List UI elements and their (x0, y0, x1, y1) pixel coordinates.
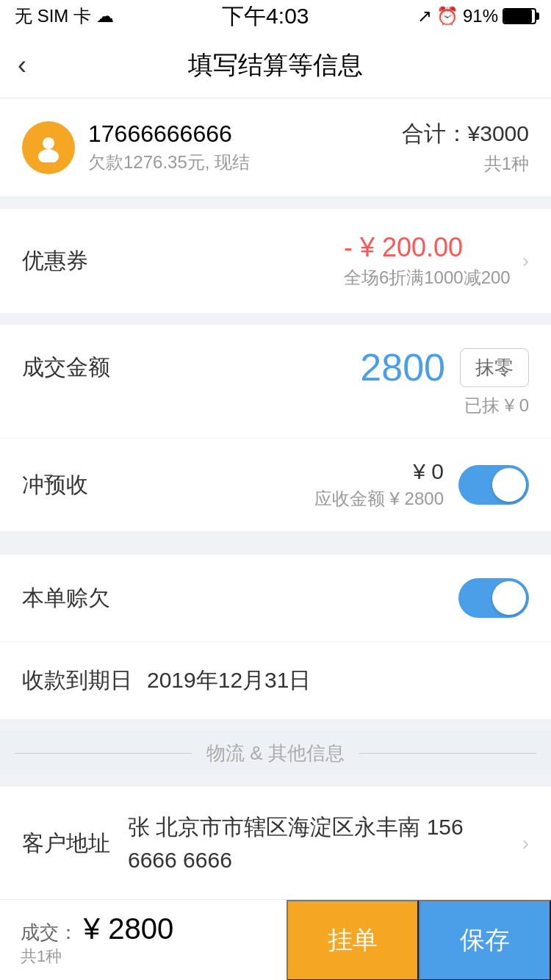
customer-right: 合计：¥3000 共1种 (402, 119, 529, 176)
hold-button[interactable]: 挂单 (287, 900, 419, 981)
address-value: 张 北京市市辖区海淀区永丰南 156 6666 6666 (128, 810, 515, 876)
coupon-row[interactable]: 优惠券 - ¥ 200.00 全场6折满1000减200 › (0, 208, 551, 313)
deal-amount-section: 成交金额 2800 抹零 已抹 ¥ 0 (0, 325, 551, 438)
bottom-info: 成交： ¥ 2800 共1种 (0, 912, 287, 968)
alarm-icon: ⏰ (436, 6, 458, 26)
status-left: 无 SIM 卡 ☁ (15, 4, 114, 28)
coupon-label: 优惠券 (22, 246, 88, 276)
status-time: 下午4:03 (222, 1, 309, 32)
coupon-value: - ¥ 200.00 (344, 232, 511, 263)
status-bar: 无 SIM 卡 ☁ 下午4:03 ↗ ⏰ 91% (0, 0, 551, 32)
due-date-value: 2019年12月31日 (147, 666, 311, 696)
debt-toggle-knob (492, 581, 526, 615)
section-gap-1 (0, 313, 551, 325)
prepay-right: ¥ 0 应收金额 ¥ 2800 (314, 459, 444, 511)
content: 17666666666 欠款1276.35元, 现结 合计：¥3000 共1种 … (0, 98, 551, 980)
section-gap-2 (0, 531, 551, 543)
due-date-label: 收款到期日 (22, 666, 132, 696)
customer-phone: 17666666666 (88, 120, 250, 148)
deal-amount-label: 成交金额 (22, 353, 110, 383)
logistics-label: 物流 & 其他信息 (206, 741, 345, 766)
prepay-toggle[interactable] (458, 465, 529, 505)
total-amount: 合计：¥3000 (402, 119, 529, 149)
bottom-count: 共1种 (21, 945, 266, 968)
prepay-sub: 应收金额 ¥ 2800 (314, 487, 444, 511)
nav-bar: ‹ 填写结算等信息 (0, 32, 551, 98)
bottom-deal-label: 成交： (21, 921, 78, 943)
status-right: ↗ ⏰ 91% (417, 6, 536, 26)
customer-card: 17666666666 欠款1276.35元, 现结 合计：¥3000 共1种 (0, 98, 551, 196)
due-date-section: 收款到期日 2019年12月31日 (0, 641, 551, 719)
debt-section: 本单赊欠 (0, 555, 551, 641)
battery-percent: 91% (463, 6, 498, 26)
logistics-divider: 物流 & 其他信息 (0, 731, 551, 775)
divider-line-left (15, 753, 192, 754)
battery-fill (504, 10, 532, 23)
coupon-sub: 全场6折满1000减200 (344, 266, 511, 289)
prepay-value: ¥ 0 (314, 459, 444, 484)
debt-toggle[interactable] (458, 578, 529, 618)
round-button[interactable]: 抹零 (460, 348, 529, 387)
customer-left: 17666666666 欠款1276.35元, 现结 (22, 120, 250, 174)
amount-row: 成交金额 2800 抹零 (22, 345, 529, 389)
avatar (22, 121, 75, 174)
address-section[interactable]: 客户地址 张 北京市市辖区海淀区永丰南 156 6666 6666 › (0, 787, 551, 900)
back-button[interactable]: ‹ (18, 50, 26, 81)
amount-right: 2800 抹零 (360, 345, 529, 389)
page-title: 填写结算等信息 (188, 48, 363, 82)
deal-amount-value: 2800 (360, 345, 445, 389)
svg-point-1 (38, 149, 59, 162)
deal-amount-sub: 已抹 ¥ 0 (22, 394, 529, 417)
chevron-right-icon: › (522, 249, 529, 273)
customer-info: 17666666666 欠款1276.35元, 现结 (88, 120, 250, 174)
toggle-knob (492, 468, 526, 502)
direction-icon: ↗ (417, 6, 432, 26)
divider-line-right (359, 753, 536, 754)
save-button[interactable]: 保存 (419, 900, 551, 981)
sim-label: 无 SIM 卡 ☁ (15, 4, 114, 28)
bottom-amount: ¥ 2800 (84, 912, 173, 945)
prepay-label: 冲预收 (22, 470, 88, 500)
address-label: 客户地址 (22, 829, 110, 859)
address-chevron-icon: › (522, 832, 529, 855)
prepay-section: 冲预收 ¥ 0 应收金额 ¥ 2800 (0, 438, 551, 531)
svg-point-0 (43, 137, 54, 149)
customer-debt: 欠款1276.35元, 现结 (88, 151, 250, 174)
bottom-bar: 成交： ¥ 2800 共1种 挂单 保存 (0, 899, 551, 980)
debt-label: 本单赊欠 (22, 583, 110, 613)
bottom-deal-row: 成交： ¥ 2800 (21, 912, 266, 945)
battery-icon (503, 8, 536, 24)
coupon-right: - ¥ 200.00 全场6折满1000减200 › (344, 232, 529, 289)
total-count: 共1种 (402, 152, 529, 176)
